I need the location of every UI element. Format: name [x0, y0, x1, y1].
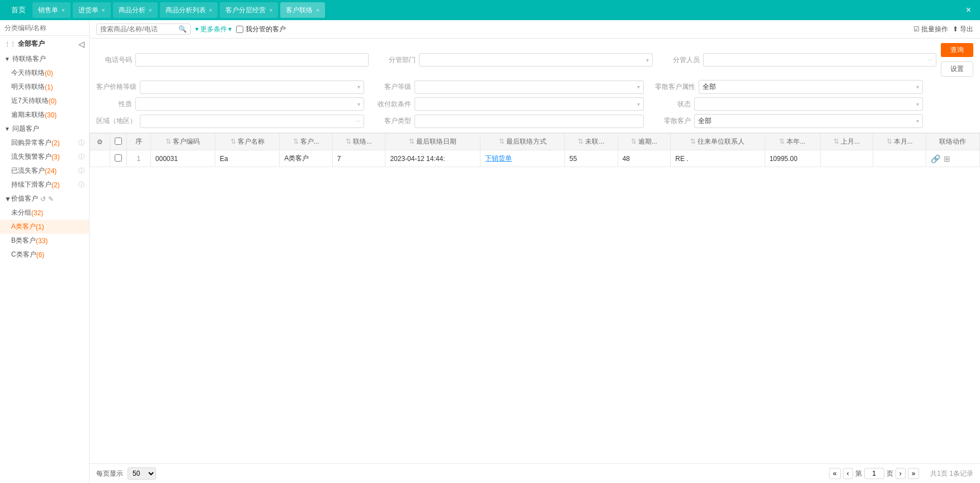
- filter-row-4: 区域（地区） ··· 客户类型: [96, 114, 973, 128]
- row-action-link-icon[interactable]: 🔗: [931, 154, 940, 163]
- export-button[interactable]: ⬆ 导出: [953, 25, 973, 34]
- filter-input-region[interactable]: ···: [140, 115, 364, 128]
- row-actions-cell: 🔗 ⊞: [926, 150, 979, 167]
- filter-input-status[interactable]: ▾: [694, 97, 923, 111]
- nav-tab-customer-segment[interactable]: 客户分层经营 ×: [220, 2, 278, 18]
- select-all-checkbox[interactable]: [115, 138, 122, 145]
- refresh-icon[interactable]: ↺: [40, 195, 46, 203]
- col-this-month[interactable]: ⇅本月...: [873, 134, 926, 150]
- col-last-contact-date[interactable]: ⇅最后联络日期: [385, 134, 480, 150]
- sidebar-item-a-class[interactable]: A类客户 (1): [0, 220, 89, 234]
- next-page-btn[interactable]: ›: [896, 468, 906, 479]
- edit-icon[interactable]: ✎: [48, 195, 54, 203]
- close-customer-contact-tab[interactable]: ×: [316, 7, 319, 13]
- sidebar-item-churned[interactable]: 已流失客户 (24) ⓘ: [0, 164, 89, 178]
- filter-input-payment[interactable]: ▾: [414, 97, 643, 111]
- filter-input-nature[interactable]: ▾: [135, 97, 364, 111]
- filter-row-1: 电话号码 分管部门 ▾ 分管人员: [96, 43, 973, 77]
- col-code[interactable]: ⇅客户编码: [150, 134, 215, 150]
- nav-tab-sales[interactable]: 销售单 ×: [32, 2, 70, 18]
- filter-search-wrap: 🔍: [96, 23, 191, 35]
- sidebar-item-overdue-contact[interactable]: 逾期未联络 (30): [0, 108, 89, 122]
- filter-more-conditions[interactable]: ▾ 更多条件 ▾: [195, 25, 232, 34]
- close-purchase-tab[interactable]: ×: [102, 7, 105, 13]
- sidebar-item-7day-contact[interactable]: 近7天待联络 (0): [0, 94, 89, 108]
- sidebar-item-churn-warning[interactable]: 流失预警客户 (3) ⓘ: [0, 150, 89, 164]
- col-last-contact-method[interactable]: ⇅最后联络方式: [480, 134, 565, 150]
- batch-op-button[interactable]: ☑ 批量操作: [913, 25, 948, 34]
- prev-page-btn[interactable]: ‹: [843, 468, 853, 479]
- filter-input-phone[interactable]: [135, 53, 369, 67]
- filter-input-customer-grade[interactable]: ▾: [414, 80, 643, 94]
- col-name[interactable]: ⇅客户名称: [215, 134, 280, 150]
- sidebar-item-b-class[interactable]: B类客户 (33): [0, 234, 89, 248]
- row-checkbox[interactable]: [115, 154, 122, 162]
- filter-input-retail-attr[interactable]: 全部 ▾: [699, 80, 923, 94]
- sidebar-group-pending[interactable]: ▼ 待联络客户: [0, 52, 89, 66]
- filter-field-price-grade: 客户价格等级 ▾: [96, 80, 364, 94]
- nav-tab-customer-contact[interactable]: 客户联络 ×: [280, 2, 325, 18]
- sidebar-group-value[interactable]: ▼ 价值客户 ↺ ✎: [0, 192, 89, 206]
- per-page-label: 每页显示: [96, 469, 123, 479]
- sidebar-search-bar: 🔍: [0, 20, 89, 36]
- nav-tab-analysis[interactable]: 商品分析 ×: [113, 2, 158, 18]
- sidebar-item-c-class[interactable]: C类客户 (6): [0, 248, 89, 262]
- per-page-select[interactable]: 50 100 200: [128, 467, 156, 480]
- filter-search-icon[interactable]: 🔍: [178, 25, 187, 33]
- col-settings[interactable]: ⚙: [90, 134, 110, 150]
- sidebar-item-repurchase-abnormal[interactable]: 回购异常客户 (2) ⓘ: [0, 136, 89, 150]
- sidebar-item-tomorrow-contact[interactable]: 明天待联络 (1): [0, 80, 89, 94]
- col-uncontacted[interactable]: ⇅未联...: [565, 134, 618, 150]
- first-page-btn[interactable]: «: [829, 468, 841, 479]
- settings-button[interactable]: 设置: [941, 61, 973, 77]
- sidebar-group-problem[interactable]: ▼ 问题客户: [0, 122, 89, 136]
- filter-input-customer-type[interactable]: [414, 115, 643, 128]
- filter-input-person[interactable]: ···: [703, 53, 936, 67]
- col-customer-type[interactable]: ⇅客户...: [280, 134, 333, 150]
- filter-input-dept[interactable]: ▾: [419, 53, 652, 67]
- page-number-input[interactable]: [864, 468, 884, 479]
- close-sales-tab[interactable]: ×: [62, 7, 65, 13]
- col-last-month[interactable]: ⇅上月...: [820, 134, 873, 150]
- col-contact-count[interactable]: ⇅联络...: [332, 134, 385, 150]
- close-analysis-tab[interactable]: ×: [149, 7, 152, 13]
- filter-label-price-grade: 客户价格等级: [96, 82, 140, 92]
- sidebar-item-unclassified[interactable]: 未分组 (32): [0, 206, 89, 220]
- close-customer-segment-tab[interactable]: ×: [269, 7, 272, 13]
- chevron-down-icon: ▾: [228, 25, 232, 33]
- col-overdue[interactable]: ⇅逾期...: [618, 134, 671, 150]
- col-contact-person[interactable]: ⇅往来单位联系人: [671, 134, 765, 150]
- row-last-contact-method[interactable]: 下销货单: [480, 150, 565, 167]
- query-button[interactable]: 查询: [941, 43, 973, 57]
- nav-tab-analysis-list[interactable]: 商品分析列表 ×: [160, 2, 218, 18]
- my-customers-checkbox[interactable]: [236, 26, 243, 33]
- row-index: 1: [127, 150, 151, 167]
- row-action-grid-icon[interactable]: ⊞: [944, 154, 950, 163]
- nav-tab-purchase[interactable]: 进货单 ×: [73, 2, 111, 18]
- filter-field-dept: 分管部门 ▾: [380, 53, 652, 67]
- filter-label-customer-type: 客户类型: [375, 116, 414, 126]
- sidebar-item-declining[interactable]: 持续下滑客户 (2) ⓘ: [0, 178, 89, 192]
- row-uncontacted: 55: [565, 150, 618, 167]
- filter-field-region: 区域（地区） ···: [96, 115, 364, 128]
- value-arrow: ▼: [4, 195, 11, 203]
- nav-home[interactable]: 首页: [4, 5, 32, 15]
- retail-arrow: ▾: [916, 118, 919, 124]
- filter-search-input[interactable]: [100, 25, 178, 33]
- col-this-year[interactable]: ⇅本年...: [765, 134, 820, 150]
- last-page-btn[interactable]: »: [908, 468, 920, 479]
- info-icon-repurchase: ⓘ: [78, 139, 84, 147]
- page-label: 第: [855, 469, 862, 479]
- filter-label-dept: 分管部门: [380, 55, 419, 65]
- sidebar-item-today-contact[interactable]: 今天待联络 (0): [0, 66, 89, 80]
- sidebar-collapse-btn[interactable]: ◁: [78, 40, 84, 49]
- filter-input-retail[interactable]: 全部 ▾: [694, 114, 923, 128]
- close-all-tabs[interactable]: ×: [962, 5, 976, 15]
- info-icon-churned: ⓘ: [78, 167, 84, 175]
- filter-actions: ☑ 批量操作 ⬆ 导出: [913, 25, 973, 34]
- filter-input-price-grade[interactable]: ▾: [140, 80, 364, 94]
- top-nav: 首页 销售单 × 进货单 × 商品分析 × 商品分析列表 × 客户分层经营 × …: [0, 0, 980, 20]
- close-analysis-list-tab[interactable]: ×: [209, 7, 213, 13]
- sidebar-all-customers-header[interactable]: ⋮⋮ 全部客户 ◁: [0, 36, 89, 52]
- sidebar-search-input[interactable]: [4, 24, 88, 32]
